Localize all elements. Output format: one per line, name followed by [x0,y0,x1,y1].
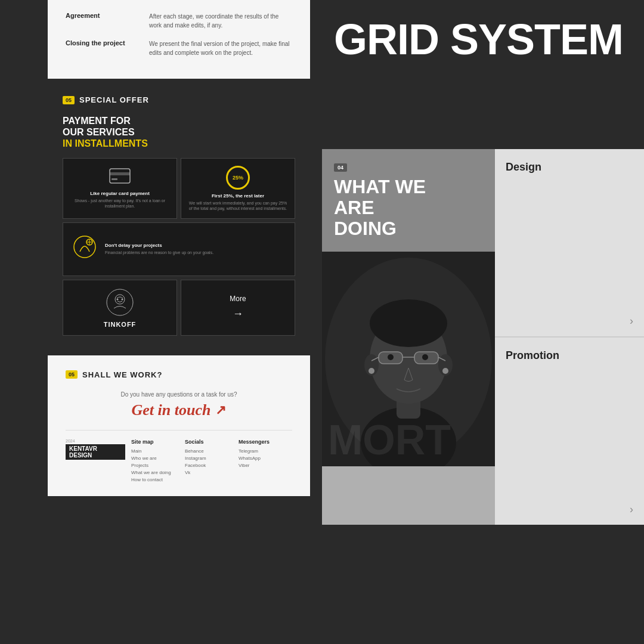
svg-point-16 [370,299,447,347]
photo-simulation: MORT [322,252,495,466]
percent-circle: 25% [226,166,250,190]
footer-link-telegram[interactable]: Telegram [239,448,286,454]
footer-sitemap: Site map Main Who we are Projects What w… [131,439,179,484]
contact-section-label: 05 SHALL WE WORK? [66,370,292,379]
special-offer-title: SPECIAL OFFER [79,95,149,104]
dont-delay-icon [73,235,97,263]
more-label: More [230,295,246,303]
first-25-title: First 25%, the rest later [212,193,264,199]
footer-messengers-title: Messengers [239,439,286,445]
agreement-row: Agreement After each stage, we coordinat… [66,12,292,30]
what-title-line1: WHAT WE [334,177,483,197]
footer-sitemap-title: Site map [131,439,179,445]
what-we-are-doing-section: 04 WHAT WE ARE DOING [322,149,644,525]
installments-line1: PAYMENT FOR [63,115,295,126]
footer-link-main[interactable]: Main [131,448,179,454]
panel-special-offer: 05 SPECIAL OFFER PAYMENT FOR OUR SERVICE… [48,83,310,351]
footer-logo-name: KENTAVRDESIGN [66,444,125,460]
special-offer-header: 05 SPECIAL OFFER [63,95,295,104]
svg-point-24 [388,354,394,360]
installments-header: PAYMENT FOR OUR SERVICES IN INSTALLMENTS [63,115,295,150]
what-section-num: 04 [334,163,347,172]
regular-payment-title: Like regular card payment [90,191,150,196]
footer-link-contact[interactable]: How to contact [131,477,179,482]
card-tinkoff: TINKOFF [63,280,177,336]
svg-rect-1 [110,172,130,175]
service-design-label: Design [506,161,633,174]
cards-top-row: Like regular card payment Shows - just a… [63,158,295,219]
footer-messengers: Messengers Telegram WhatsApp Viber [239,439,286,484]
contact-question: Do you have any questions or a task for … [66,391,292,398]
what-left-panel: 04 WHAT WE ARE DOING [322,149,495,525]
footer-link-viber[interactable]: Viber [239,463,286,468]
card-more[interactable]: More → [181,280,295,336]
service-design-arrow-icon: › [630,315,633,327]
footer-link-behance[interactable]: Behance [185,448,233,454]
footer-link-doing[interactable]: What we are doing [131,470,179,475]
what-title-line3: DOING [334,218,483,239]
card-payment-icon [109,168,131,187]
what-right-panel: Design › Promotion › [495,149,644,525]
card-regular-payment: Like regular card payment Shows - just a… [63,158,177,219]
contact-cta-arrow-icon: ↗ [215,402,226,418]
agreement-text: After each stage, we coordinate the resu… [149,12,292,30]
footer-logo-year: 2024 [66,439,125,443]
footer-logo-area: 2024 KENTAVRDESIGN [66,439,125,484]
agreement-label: Agreement [66,12,137,19]
footer-grid: 2024 KENTAVRDESIGN Site map Main Who we … [66,439,292,484]
footer-link-facebook[interactable]: Facebook [185,463,233,468]
what-header: 04 WHAT WE ARE DOING [322,149,495,252]
panel-contact: 05 SHALL WE WORK? Do you have any questi… [48,355,310,496]
closing-row: Closing the project We present the final… [66,39,292,57]
dont-delay-desc: Financial problems are no reason to give… [105,250,213,255]
closing-text: We present the final version of the proj… [149,39,292,57]
left-column: Agreement After each stage, we coordinat… [48,0,310,525]
cards-bottom-row: TINKOFF More → [63,280,295,336]
footer-link-projects[interactable]: Projects [131,463,179,468]
svg-rect-2 [112,178,117,180]
installments-line2: OUR SERVICES [63,126,295,138]
svg-point-25 [422,354,428,360]
contact-divider [66,430,292,431]
contact-cta-text: Get in touch [132,401,211,419]
svg-point-8 [115,295,125,304]
bottom-area [0,525,644,644]
service-card-promotion[interactable]: Promotion › [495,337,644,525]
service-promotion-label: Promotion [506,349,633,362]
dont-delay-title: Don't delay your projects [105,243,213,248]
contact-section-title: SHALL WE WORK? [82,370,162,379]
footer-link-whatsapp[interactable]: WhatsApp [239,456,286,461]
special-offer-num: 05 [63,96,75,104]
what-title-line2: ARE [334,197,483,218]
first-25-desc: We will start work immediately, and you … [188,200,287,211]
right-section: GRID SYSTEM 04 WHAT WE ARE DOING [322,0,644,525]
what-photo: MORT [322,252,495,466]
service-promotion-arrow-icon: › [630,503,633,516]
footer-link-instagram[interactable]: Instagram [185,456,233,461]
svg-point-3 [74,236,95,258]
footer-link-who[interactable]: Who we are [131,456,179,461]
svg-rect-0 [110,169,130,183]
grid-system-title: GRID SYSTEM [334,18,623,61]
svg-point-9 [117,298,119,300]
footer-link-vk[interactable]: Vk [185,470,233,475]
card-first-25: 25% First 25%, the rest later We will st… [181,158,295,219]
closing-label: Closing the project [66,39,137,47]
service-card-design[interactable]: Design › [495,149,644,337]
contact-section-num: 05 [66,370,78,379]
footer-socials-title: Socials [185,439,233,445]
contact-cta[interactable]: Get in touch ↗ [66,401,292,419]
svg-text:MORT: MORT [328,417,451,463]
installments-line3: IN INSTALLMENTS [63,138,295,149]
panel-agreement: Agreement After each stage, we coordinat… [48,0,310,79]
footer-socials: Socials Behance Instagram Facebook Vk [185,439,233,484]
tinkoff-logo: TINKOFF [104,321,137,328]
regular-payment-desc: Shows - just another way to pay. It's no… [70,198,169,209]
svg-point-26 [442,368,448,374]
more-arrow-icon: → [233,308,243,320]
dont-delay-text: Don't delay your projects Financial prob… [105,243,213,255]
svg-point-27 [369,368,374,374]
card-dont-delay: Don't delay your projects Financial prob… [63,222,295,276]
svg-point-10 [122,298,123,300]
